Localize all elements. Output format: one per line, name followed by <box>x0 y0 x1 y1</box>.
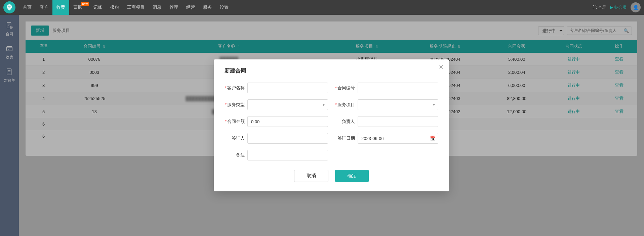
nav-message[interactable]: 消息 <box>149 0 165 15</box>
fullscreen-icon: ⛶ <box>593 5 597 10</box>
contract-amount-label: 合同金额 <box>225 119 245 125</box>
form-group-remarks: 备注 <box>225 150 328 160</box>
form-group-customer: 客户名称 <box>225 83 328 93</box>
new-contract-modal: ✕ 新建合同 客户名称 合同编号 服务类型 <box>214 59 449 191</box>
play-icon: ▶ <box>610 5 613 10</box>
sidebar-item-statement[interactable]: 对账单 <box>0 64 19 86</box>
nav-bookkeeping[interactable]: 记账 <box>89 0 106 15</box>
form-row-2: 服务类型 ▼ 服务项目 <box>225 99 438 110</box>
member-button[interactable]: ▶ 畅会员 <box>610 5 627 10</box>
nav-business[interactable]: 工商项目 <box>123 0 149 15</box>
fee-icon <box>5 44 14 53</box>
sidebar-item-contract[interactable]: 合同 <box>0 18 19 39</box>
remarks-input[interactable] <box>247 150 328 160</box>
contract-no-input[interactable] <box>358 83 438 93</box>
nav-service[interactable]: 服务 <box>199 0 216 15</box>
nav-tax[interactable]: 报税 <box>106 0 123 15</box>
service-item-select[interactable] <box>358 99 438 110</box>
svg-rect-2 <box>7 47 12 51</box>
nav-settings[interactable]: 设置 <box>216 0 233 15</box>
svg-point-3 <box>8 49 9 50</box>
nav-customer[interactable]: 客户 <box>36 0 52 15</box>
sign-date-label: 签订日期 <box>335 135 355 141</box>
cancel-button[interactable]: 取消 <box>294 170 328 182</box>
customer-name-label: 客户名称 <box>225 85 245 91</box>
top-nav: 首页 客户 收费 票据 new 记账 报税 工商项目 消息 管理 经营 服务 设… <box>0 0 644 15</box>
form-group-responsible: 负责人 <box>335 116 438 127</box>
service-type-select[interactable] <box>247 99 328 110</box>
customer-name-input[interactable] <box>247 83 328 93</box>
form-group-signer: 签订人 <box>225 133 328 144</box>
form-group-contract-no: 合同编号 <box>335 83 438 93</box>
sidebar-item-fee[interactable]: 收费 <box>0 41 19 62</box>
contract-icon <box>5 21 14 30</box>
nav-operation[interactable]: 经营 <box>182 0 199 15</box>
remarks-label: 备注 <box>225 152 245 158</box>
confirm-button[interactable]: 确定 <box>335 170 369 182</box>
nav-home[interactable]: 首页 <box>19 0 36 15</box>
responsible-person-label: 负责人 <box>335 119 355 125</box>
signer-input[interactable] <box>247 133 328 144</box>
main-content: 新增 服务项目 进行中 已完成 已终止 🔍 <box>19 15 644 236</box>
nav-fee[interactable]: 收费 <box>52 0 69 15</box>
sidebar: 合同 收费 对账单 <box>0 15 19 236</box>
statement-icon <box>5 67 14 77</box>
form-group-sign-date: 签订日期 📅 <box>335 133 438 144</box>
modal-title: 新建合同 <box>225 67 438 75</box>
service-item-select-wrapper: ▼ <box>358 99 438 110</box>
contract-amount-input[interactable] <box>247 116 328 127</box>
form-group-amount: 合同金额 <box>225 116 328 127</box>
form-row-4: 签订人 签订日期 📅 <box>225 133 438 144</box>
form-group-service-item: 服务项目 ▼ <box>335 99 438 110</box>
form-row-3: 合同金额 负责人 <box>225 116 438 127</box>
signer-label: 签订人 <box>225 135 245 141</box>
form-row-1: 客户名称 合同编号 <box>225 83 438 93</box>
top-right-controls: ⛶ 全屏 ▶ 畅会员 👤 <box>593 2 641 12</box>
form-group-service-type: 服务类型 ▼ <box>225 99 328 110</box>
logo[interactable] <box>3 1 15 13</box>
service-type-label: 服务类型 <box>225 102 245 108</box>
new-badge: new <box>81 2 89 6</box>
nav-manage[interactable]: 管理 <box>165 0 182 15</box>
form-row-5: 备注 <box>225 150 438 160</box>
responsible-person-input[interactable] <box>358 116 438 127</box>
modal-footer: 取消 确定 <box>225 170 438 182</box>
nav-ticket[interactable]: 票据 new <box>69 0 89 15</box>
sign-date-input[interactable] <box>358 133 438 144</box>
service-type-select-wrapper: ▼ <box>247 99 328 110</box>
sign-date-wrapper: 📅 <box>358 133 438 144</box>
service-item-label-modal: 服务项目 <box>335 102 355 108</box>
contract-no-label: 合同编号 <box>335 85 355 91</box>
fullscreen-button[interactable]: ⛶ 全屏 <box>593 5 606 10</box>
layout: 合同 收费 对账单 <box>0 15 644 236</box>
nav-items: 首页 客户 收费 票据 new 记账 报税 工商项目 消息 管理 经营 服务 设… <box>19 0 593 15</box>
modal-overlay: ✕ 新建合同 客户名称 合同编号 服务类型 <box>19 15 644 236</box>
avatar[interactable]: 👤 <box>631 2 641 12</box>
close-button[interactable]: ✕ <box>439 63 444 71</box>
